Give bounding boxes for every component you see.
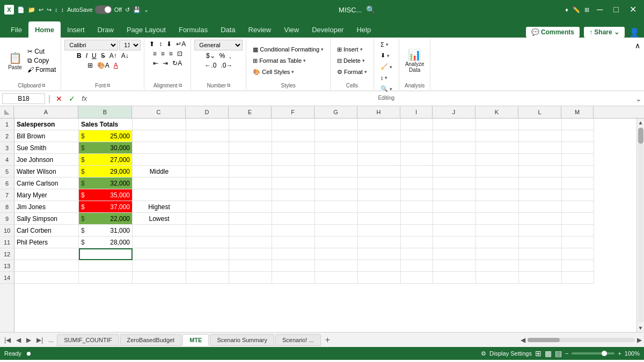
scroll-thumb[interactable]: [638, 128, 643, 144]
sum-button[interactable]: Σ ▾: [377, 40, 396, 49]
comma-button[interactable]: ,: [228, 51, 232, 60]
cell-m11[interactable]: [562, 237, 594, 248]
col-header-m[interactable]: M: [561, 106, 594, 118]
cell-d13[interactable]: [186, 260, 229, 272]
scroll-down-arrow[interactable]: ▼: [638, 324, 643, 332]
analyze-data-button[interactable]: 📊 AnalyzeData: [402, 47, 427, 75]
cell-b1[interactable]: Sales Totals: [79, 119, 133, 130]
macro-icon[interactable]: ⏺: [26, 350, 32, 357]
tab-insert[interactable]: Insert: [61, 21, 91, 38]
cell-c2[interactable]: [133, 130, 186, 142]
col-header-l[interactable]: L: [518, 106, 561, 118]
cell-e14[interactable]: [229, 272, 272, 284]
scroll-bar-right[interactable]: ▶: [637, 336, 642, 344]
tab-review[interactable]: Review: [242, 21, 278, 38]
cell-l14[interactable]: [519, 272, 562, 284]
cell-b11[interactable]: $28,000: [79, 237, 133, 248]
cell-g2[interactable]: [315, 130, 358, 142]
cell-g8[interactable]: [315, 201, 358, 213]
file-icon[interactable]: 📄: [17, 6, 25, 13]
cell-h4[interactable]: [358, 154, 401, 166]
cell-l11[interactable]: [519, 237, 562, 248]
cell-c8[interactable]: Highest: [133, 201, 186, 213]
cell-l13[interactable]: [519, 260, 562, 272]
cell-e2[interactable]: [229, 130, 272, 142]
cell-h10[interactable]: [358, 225, 401, 237]
zoom-minus-icon[interactable]: −: [565, 350, 568, 357]
cell-c10[interactable]: [133, 225, 186, 237]
row-num-5[interactable]: 5: [0, 166, 14, 178]
align-middle-button[interactable]: ↕: [157, 40, 164, 48]
cell-e3[interactable]: [229, 142, 272, 154]
cell-h8[interactable]: [358, 201, 401, 213]
cell-m5[interactable]: [562, 166, 594, 178]
cell-d7[interactable]: [186, 189, 229, 201]
cell-i12[interactable]: [401, 248, 433, 260]
cell-a5[interactable]: Walter Wilson: [14, 166, 79, 178]
font-size-selector[interactable]: 11: [119, 40, 141, 50]
cell-d10[interactable]: [186, 225, 229, 237]
formula-expand-button[interactable]: ⌄: [635, 94, 642, 103]
cell-h13[interactable]: [358, 260, 401, 272]
cell-l7[interactable]: [519, 189, 562, 201]
cell-b6[interactable]: $32,000: [79, 178, 133, 189]
cell-b3[interactable]: $30,000: [79, 142, 133, 154]
cell-b9[interactable]: $22,000: [79, 213, 133, 225]
row-num-4[interactable]: 4: [0, 154, 14, 166]
col-header-k[interactable]: K: [475, 106, 518, 118]
cell-b14[interactable]: [79, 272, 133, 284]
cell-l1[interactable]: [519, 119, 562, 130]
strikethrough-button[interactable]: S̶: [99, 51, 107, 60]
cell-j12[interactable]: [433, 248, 476, 260]
cell-b7[interactable]: $35,000: [79, 189, 133, 201]
cell-name-box[interactable]: [2, 93, 45, 104]
cell-b10[interactable]: $31,000: [79, 225, 133, 237]
cell-k5[interactable]: [476, 166, 519, 178]
sheet-tab-zero[interactable]: ZeroBasedBudget: [120, 334, 182, 346]
cell-h5[interactable]: [358, 166, 401, 178]
row-num-7[interactable]: 7: [0, 189, 14, 201]
cell-e1[interactable]: [229, 119, 272, 130]
window-icon[interactable]: ⊞: [584, 6, 589, 13]
row-num-2[interactable]: 2: [0, 130, 14, 142]
underline-button[interactable]: U: [90, 51, 98, 60]
zoom-thumb[interactable]: [602, 351, 607, 356]
tab-formulas[interactable]: Formulas: [172, 21, 214, 38]
cut-button[interactable]: ✂ Cut: [26, 47, 57, 56]
conditional-formatting-button[interactable]: ▦ Conditional Formatting ▾: [250, 45, 327, 55]
user-icon[interactable]: 👤: [629, 27, 640, 38]
cell-c5[interactable]: Middle: [133, 166, 186, 178]
cell-k14[interactable]: [476, 272, 519, 284]
copy-button[interactable]: ⧉ Copy: [26, 56, 57, 65]
cell-g11[interactable]: [315, 237, 358, 248]
cell-k12[interactable]: [476, 248, 519, 260]
cell-d11[interactable]: [186, 237, 229, 248]
page-break-view-icon[interactable]: ▤: [555, 349, 562, 358]
cell-g5[interactable]: [315, 166, 358, 178]
cell-d9[interactable]: [186, 213, 229, 225]
cell-m3[interactable]: [562, 142, 594, 154]
decrease-decimal-button[interactable]: ←.0: [203, 61, 218, 70]
cell-m13[interactable]: [562, 260, 594, 272]
row-num-1[interactable]: 1: [0, 119, 14, 130]
cell-d5[interactable]: [186, 166, 229, 178]
cell-c7[interactable]: [133, 189, 186, 201]
increase-decimal-button[interactable]: .0→: [219, 61, 234, 70]
cell-a7[interactable]: Mary Myer: [14, 189, 79, 201]
cell-c3[interactable]: [133, 142, 186, 154]
sheet-tab-scenario[interactable]: Scenario! ...: [275, 334, 321, 346]
sort-desc-icon[interactable]: ↕: [61, 6, 64, 13]
cell-i13[interactable]: [401, 260, 433, 272]
cell-e6[interactable]: [229, 178, 272, 189]
cell-j8[interactable]: [433, 201, 476, 213]
cell-g3[interactable]: [315, 142, 358, 154]
scroll-track[interactable]: [638, 128, 643, 323]
cell-f1[interactable]: [272, 119, 315, 130]
number-format-selector[interactable]: General: [194, 40, 243, 50]
cell-b4[interactable]: $27,000: [79, 154, 133, 166]
cell-e7[interactable]: [229, 189, 272, 201]
cell-h14[interactable]: [358, 272, 401, 284]
sheet-tab-scenario-summary[interactable]: Scenario Summary: [210, 334, 274, 346]
cell-f13[interactable]: [272, 260, 315, 272]
cell-l9[interactable]: [519, 213, 562, 225]
